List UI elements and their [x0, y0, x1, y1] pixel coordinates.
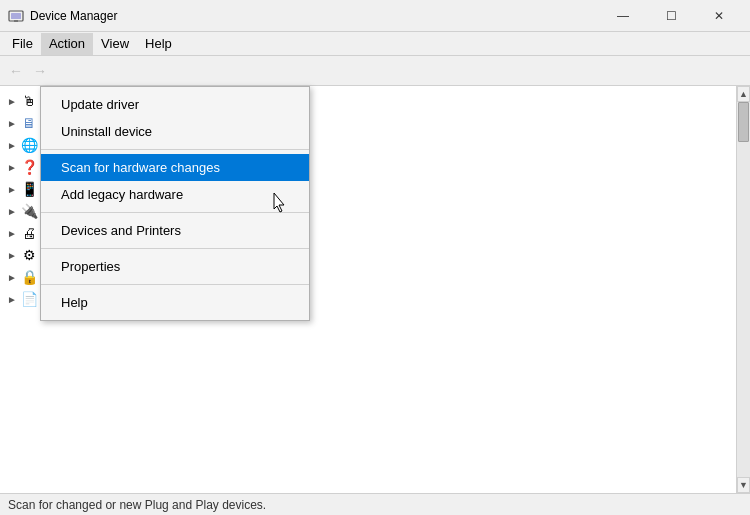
menu-item-file[interactable]: File: [4, 33, 41, 55]
chevron-right-icon: ►: [4, 294, 20, 305]
chevron-right-icon: ►: [4, 118, 20, 129]
chevron-right-icon: ►: [4, 162, 20, 173]
title-bar: Device Manager — ☐ ✕: [0, 0, 750, 32]
close-button[interactable]: ✕: [696, 1, 742, 31]
svg-rect-1: [11, 13, 21, 19]
maximize-button[interactable]: ☐: [648, 1, 694, 31]
menu-help[interactable]: Help: [41, 289, 309, 316]
chevron-right-icon: ►: [4, 250, 20, 261]
scroll-up-button[interactable]: ▲: [737, 86, 750, 102]
menu-separator-3: [41, 248, 309, 249]
menu-separator-4: [41, 284, 309, 285]
menu-separator-1: [41, 149, 309, 150]
menu-item-view[interactable]: View: [93, 33, 137, 55]
back-button[interactable]: ←: [4, 59, 28, 83]
chevron-right-icon: ►: [4, 206, 20, 217]
chevron-right-icon: ►: [4, 96, 20, 107]
status-bar: Scan for changed or new Plug and Play de…: [0, 493, 750, 515]
menu-item-help[interactable]: Help: [137, 33, 180, 55]
chevron-right-icon: ►: [4, 272, 20, 283]
menu-uninstall-device[interactable]: Uninstall device: [41, 118, 309, 145]
chevron-right-icon: ►: [4, 228, 20, 239]
network-icon: 🌐: [20, 136, 38, 154]
portable-icon: 📱: [20, 180, 38, 198]
scroll-thumb[interactable]: [738, 102, 749, 142]
window-title: Device Manager: [30, 9, 600, 23]
status-text: Scan for changed or new Plug and Play de…: [8, 498, 266, 512]
minimize-button[interactable]: —: [600, 1, 646, 31]
menu-scan-hardware[interactable]: Scan for hardware changes: [41, 154, 309, 181]
scrollbar[interactable]: ▲ ▼: [736, 86, 750, 493]
main-area: ► 🖱 Mice and other pointing devices ► 🖥 …: [0, 86, 750, 493]
toolbar: ← →: [0, 56, 750, 86]
scroll-track[interactable]: [737, 102, 750, 477]
software-icon: 📄: [20, 290, 38, 308]
menu-separator-2: [41, 212, 309, 213]
print-icon: 🖨: [20, 224, 38, 242]
mice-icon: 🖱: [20, 92, 38, 110]
window-controls: — ☐ ✕: [600, 1, 742, 31]
menu-update-driver[interactable]: Update driver: [41, 91, 309, 118]
chevron-right-icon: ►: [4, 140, 20, 151]
other-icon: ❓: [20, 158, 38, 176]
menu-devices-printers[interactable]: Devices and Printers: [41, 217, 309, 244]
menu-item-action[interactable]: Action: [41, 33, 93, 55]
menu-properties[interactable]: Properties: [41, 253, 309, 280]
processors-icon: ⚙: [20, 246, 38, 264]
menu-bar: File Action View Help: [0, 32, 750, 56]
security-icon: 🔒: [20, 268, 38, 286]
action-dropdown-menu: Update driver Uninstall device Scan for …: [40, 86, 310, 321]
forward-button[interactable]: →: [28, 59, 52, 83]
scroll-down-button[interactable]: ▼: [737, 477, 750, 493]
menu-add-legacy[interactable]: Add legacy hardware: [41, 181, 309, 208]
app-icon: [8, 8, 24, 24]
chevron-right-icon: ►: [4, 184, 20, 195]
ports-icon: 🔌: [20, 202, 38, 220]
monitor-icon: 🖥: [20, 114, 38, 132]
